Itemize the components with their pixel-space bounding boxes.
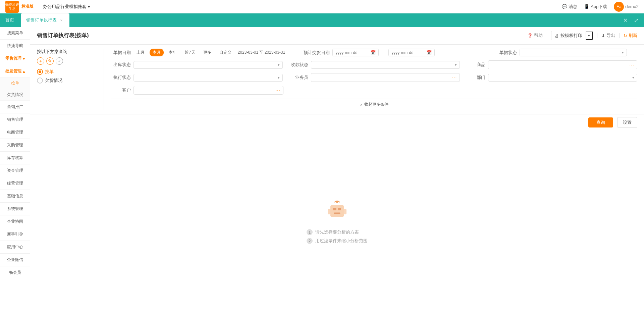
date-7days-btn[interactable]: 近7天 xyxy=(182,49,198,56)
customer-label: 客户 xyxy=(111,87,131,93)
date-more-btn[interactable]: 更多 xyxy=(200,49,214,56)
sidebar-item-search-menu[interactable]: 搜索菜单 xyxy=(0,27,30,40)
sidebar-item-enterprise[interactable]: 企业协同 xyxy=(0,215,30,228)
edit-scheme-icon: ✎ xyxy=(48,58,52,64)
sidebar-item-app-center[interactable]: 应用中心 xyxy=(0,241,30,254)
forecast-date-from[interactable]: 📅 xyxy=(332,49,379,56)
refresh-btn[interactable]: ↻ 刷新 xyxy=(624,33,637,39)
sidebar-item-new-guide[interactable]: 新手引导 xyxy=(0,228,30,241)
date-this-month-btn[interactable]: 本月 xyxy=(150,49,164,56)
tab-sales-order-label: 销售订单执行表 xyxy=(26,17,57,23)
sidebar-item-sales-mgmt[interactable]: 销售管理 xyxy=(0,113,30,126)
sidebar-retail-mgmt-label: 零售管理 xyxy=(5,56,21,61)
goods-dots[interactable]: ··· xyxy=(629,62,634,67)
message-btn[interactable]: 💬 消息 xyxy=(562,4,577,10)
user-name: demo2 xyxy=(625,4,639,9)
shipment-status-select[interactable]: ▾ xyxy=(133,61,283,69)
svg-rect-2 xyxy=(338,208,341,210)
sidebar-item-system-mgmt[interactable]: 系统管理 xyxy=(0,203,30,215)
tab-close-icon[interactable]: × xyxy=(59,17,64,23)
print-arrow-btn[interactable]: ▾ xyxy=(586,32,593,40)
logo: 畅捷通好生意 xyxy=(5,1,19,13)
sidebar-item-marketing[interactable]: 营销推广 xyxy=(0,101,30,113)
empty-state-icon xyxy=(324,197,351,224)
filter-goods: 商品 ··· xyxy=(465,60,637,69)
sidebar-item-basic-info[interactable]: 基础信息 xyxy=(0,190,30,203)
top-bar-left: 畅捷通好生意 标准版 办公用品行业模拟账套 ▾ xyxy=(5,1,90,13)
main-layout: 搜索菜单 快捷导航 零售管理 ▾ 批发管理 ▴ 按单 欠货情况 营销推广 销售管… xyxy=(0,27,644,310)
scheme-title-text: 按以下方案查询 xyxy=(37,49,67,55)
sidebar-purchase-label: 采购管理 xyxy=(7,143,23,147)
sidebar-item-inventory[interactable]: 库存核算 xyxy=(0,152,30,164)
doc-status-select[interactable]: ▾ xyxy=(520,49,627,56)
exec-status-select[interactable]: ▾ xyxy=(133,74,283,82)
sidebar-item-wholesale-mgmt[interactable]: 批发管理 ▴ xyxy=(0,65,30,78)
user-menu[interactable]: Ea demo2 xyxy=(614,2,639,12)
query-btn[interactable]: 查询 xyxy=(588,117,613,127)
industry-selector[interactable]: 办公用品行业模拟账套 ▾ xyxy=(43,4,90,10)
edit-scheme-btn[interactable]: ✎ xyxy=(46,57,54,65)
sidebar-system-mgmt-label: 系统管理 xyxy=(7,206,23,211)
sidebar-item-quick-nav[interactable]: 快捷导航 xyxy=(0,40,30,52)
refresh-label: 刷新 xyxy=(629,33,637,39)
sidebar-item-finance[interactable]: 资金管理 xyxy=(0,164,30,177)
department-select[interactable]: ▾ xyxy=(488,74,637,82)
tip-text-1: 请先选择要分析的方案 xyxy=(315,229,359,235)
app-download-btn[interactable]: 📱 App下载 xyxy=(584,4,607,10)
payment-status-select[interactable]: ▾ xyxy=(311,61,460,69)
tab-maximize-btn[interactable]: ⤢ xyxy=(632,16,640,24)
app-download-label: App下载 xyxy=(591,4,607,10)
sidebar-item-ecommerce[interactable]: 电商管理 xyxy=(0,126,30,139)
goods-select[interactable]: ··· xyxy=(488,60,637,69)
sidebar-search-menu-label: 搜索菜单 xyxy=(7,31,23,35)
scheme-dot xyxy=(39,70,41,73)
forecast-to-input[interactable] xyxy=(391,50,425,55)
tab-close-all-btn[interactable]: ✕ xyxy=(621,16,629,24)
customer-dots[interactable]: ··· xyxy=(275,88,280,93)
scheme-item-debt[interactable]: 欠货情况 xyxy=(37,76,100,85)
export-label: 导出 xyxy=(606,33,615,39)
sidebar-corp-wechat-label: 企业微信 xyxy=(7,257,23,262)
industry-name: 办公用品行业模拟账套 xyxy=(43,4,87,10)
sidebar-item-operations[interactable]: 经营管理 xyxy=(0,177,30,190)
doc-status-label: 单据状态 xyxy=(497,50,517,56)
svg-rect-1 xyxy=(333,208,336,210)
collapse-more-btn[interactable]: ∧ 收起更多条件 xyxy=(360,102,388,107)
filter-payment-status: 收款状态 ▾ xyxy=(288,61,460,69)
forecast-date-to[interactable]: 📅 xyxy=(388,49,435,56)
help-btn[interactable]: ❓ 帮助 xyxy=(527,33,543,39)
salesperson-select[interactable]: ··· xyxy=(311,73,460,82)
date-quick-group: 上月 本月 本年 近7天 更多 自定义 2023-03-01 至 2023-03… xyxy=(133,49,285,56)
salesperson-dots[interactable]: ··· xyxy=(452,75,457,80)
forecast-from-input[interactable] xyxy=(335,50,369,55)
filter-row-4: 客户 ··· xyxy=(111,86,637,95)
sidebar-item-vip[interactable]: 畅会员 xyxy=(0,266,30,279)
date-last-month-btn[interactable]: 上月 xyxy=(133,49,148,56)
tab-sales-order[interactable]: 销售订单执行表 × xyxy=(21,13,69,27)
company-info: 标准版 xyxy=(21,4,34,9)
tab-home[interactable]: 首页 xyxy=(0,13,19,27)
sidebar-item-order[interactable]: 按单 xyxy=(0,78,30,89)
date-this-year-btn[interactable]: 本年 xyxy=(166,49,180,56)
company-sub-label: 标准版 xyxy=(21,4,34,9)
sidebar-item-debt[interactable]: 欠货情况 xyxy=(0,89,30,101)
sidebar-item-purchase[interactable]: 采购管理 xyxy=(0,139,30,152)
print-label: 按模板打印 xyxy=(560,33,582,39)
scheme-item-order[interactable]: 按单 xyxy=(37,67,100,76)
collapse-scheme-btn[interactable]: « xyxy=(56,57,63,65)
add-scheme-btn[interactable]: + xyxy=(37,57,44,65)
page-header: 销售订单执行表(按单) ❓ 帮助 🖨 按模板打印 ▾ ⬇ 导出 xyxy=(30,27,644,45)
department-label: 部门 xyxy=(465,74,485,81)
tip-num-1: 1 xyxy=(307,229,313,235)
settings-btn[interactable]: 设置 xyxy=(617,117,637,128)
sidebar-item-retail-mgmt[interactable]: 零售管理 ▾ xyxy=(0,52,30,65)
customer-select[interactable]: ··· xyxy=(133,86,283,95)
svg-rect-5 xyxy=(344,209,346,214)
svg-rect-0 xyxy=(330,205,344,217)
sidebar-item-corp-wechat[interactable]: 企业微信 xyxy=(0,254,30,266)
collapse-scheme-icon: « xyxy=(58,59,61,63)
sidebar-enterprise-label: 企业协同 xyxy=(7,219,23,224)
date-custom-btn[interactable]: 自定义 xyxy=(216,49,234,56)
print-btn[interactable]: 🖨 按模板打印 xyxy=(551,31,586,40)
export-btn[interactable]: ⬇ 导出 xyxy=(601,33,615,39)
